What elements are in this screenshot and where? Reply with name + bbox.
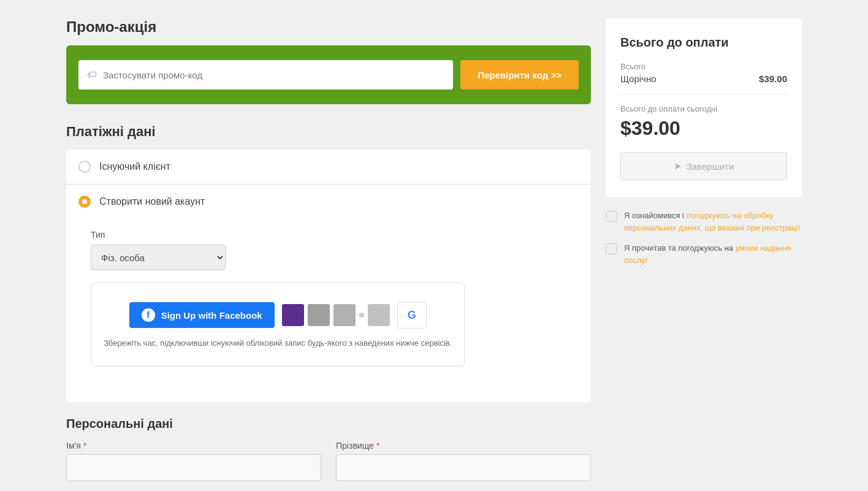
summary-title: Всього до оплати xyxy=(620,36,787,50)
promo-box: 🏷 Перевірити код >> xyxy=(66,45,591,104)
consent1-row: Я ознайомився і погоджуюсь на обробку пе… xyxy=(606,210,802,234)
type-label: Тип xyxy=(91,230,465,240)
google-icon: G xyxy=(408,309,416,322)
promo-input[interactable] xyxy=(103,70,444,80)
first-name-input[interactable] xyxy=(66,454,321,481)
total-label: Всього xyxy=(620,62,787,71)
facebook-icon: f xyxy=(142,308,155,322)
due-today-label: Всього до оплати сьогодні xyxy=(620,104,787,113)
new-account-label: Створити новий акаунт xyxy=(99,196,205,207)
payment-title: Платіжні дані xyxy=(66,124,591,140)
consent2-checkbox[interactable] xyxy=(606,243,617,254)
new-account-section: Тип Фіз. особа Юр. особа f Sign Up with … xyxy=(78,218,477,391)
social-icon-2[interactable] xyxy=(308,304,330,326)
name-form-row: Ім'я * Прізвище * xyxy=(66,441,591,481)
social-icon-3[interactable] xyxy=(333,304,356,326)
social-icon-1[interactable] xyxy=(282,304,304,326)
complete-btn-label: Завершити xyxy=(687,161,734,172)
existing-client-option[interactable]: Існуючий клієнт xyxy=(66,150,591,185)
promo-title: Промо-акція xyxy=(66,18,591,36)
complete-btn-arrow: ➤ xyxy=(674,161,682,172)
social-box: f Sign Up with Facebook xyxy=(91,283,465,367)
last-name-group: Прізвище * xyxy=(336,441,591,481)
consent2-text: Я прочитав та погоджуюсь на умови наданн… xyxy=(624,242,802,266)
summary-divider xyxy=(620,94,787,94)
last-name-input[interactable] xyxy=(336,454,591,481)
first-name-label: Ім'я * xyxy=(66,441,321,451)
account-options: Існуючий клієнт Створити новий акаунт Ти… xyxy=(66,150,591,402)
other-social-buttons xyxy=(282,304,390,326)
billing-row: Щорічно $39.00 xyxy=(620,74,787,84)
existing-client-label: Існуючий клієнт xyxy=(99,161,170,172)
social-dot xyxy=(359,313,364,318)
due-today-price: $39.00 xyxy=(620,117,787,140)
sidebar: Всього до оплати Всього Щорічно $39.00 В… xyxy=(606,18,802,275)
consent2-row: Я прочитав та погоджуюсь на умови наданн… xyxy=(606,242,802,266)
social-hint-text: Збережіть час, підключивши існуючий облі… xyxy=(104,338,452,348)
facebook-btn-label: Sign Up with Facebook xyxy=(161,310,262,321)
consent1-checkbox[interactable] xyxy=(606,211,617,222)
google-signup-button[interactable]: G xyxy=(397,302,427,329)
billing-label: Щорічно xyxy=(620,74,657,84)
promo-input-wrap: 🏷 xyxy=(78,60,453,89)
last-name-label: Прізвище * xyxy=(336,441,591,451)
complete-button[interactable]: ➤ Завершити xyxy=(620,152,787,180)
type-select[interactable]: Фіз. особа Юр. особа xyxy=(91,245,226,270)
social-icon-4[interactable] xyxy=(368,304,390,326)
social-buttons: f Sign Up with Facebook xyxy=(129,302,427,329)
new-account-option[interactable]: Створити новий акаунт Тип Фіз. особа Юр.… xyxy=(66,185,591,402)
consent1-text: Я ознайомився і погоджуюсь на обробку пе… xyxy=(624,210,802,234)
existing-client-radio xyxy=(78,161,91,173)
facebook-signup-button[interactable]: f Sign Up with Facebook xyxy=(129,302,275,328)
new-account-radio xyxy=(78,196,91,208)
promo-icon: 🏷 xyxy=(87,69,97,80)
billing-price: $39.00 xyxy=(759,74,787,84)
first-name-group: Ім'я * xyxy=(66,441,321,481)
personal-title: Персональні дані xyxy=(66,417,591,431)
summary-card: Всього до оплати Всього Щорічно $39.00 В… xyxy=(606,18,802,197)
promo-check-button[interactable]: Перевірити код >> xyxy=(460,60,579,89)
